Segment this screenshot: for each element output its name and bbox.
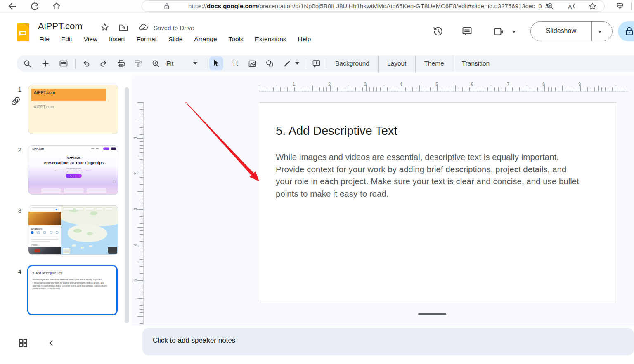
thumb2-brand: AiPPT.com — [28, 156, 118, 160]
ruler-number: 3 — [364, 82, 367, 87]
ruler-number: 8 — [542, 82, 545, 87]
url-text[interactable]: https://docs.google.com/presentation/d/1… — [188, 2, 549, 9]
zoom-icon[interactable] — [151, 59, 161, 68]
favorite-star-icon[interactable] — [589, 2, 596, 10]
saved-status[interactable]: Saved to Drive — [154, 24, 194, 31]
paint-format-icon[interactable] — [133, 59, 143, 68]
move-to-folder-icon[interactable] — [119, 23, 128, 31]
slide-body-line: While images and videos are essential, d… — [276, 151, 579, 163]
ruler-number: 5 — [435, 82, 438, 87]
toolbar-text-button[interactable]: Background — [326, 55, 378, 72]
insert-shape-icon[interactable] — [265, 59, 274, 68]
browser-toolbar: https://docs.google.com/presentation/d/1… — [0, 0, 634, 13]
speaker-notes-placeholder[interactable]: Click to add speaker notes — [153, 336, 235, 345]
undo-icon[interactable] — [81, 59, 91, 68]
menu-item[interactable]: Slide — [168, 35, 182, 43]
insert-image-icon[interactable] — [247, 59, 257, 68]
select-tool-button[interactable] — [209, 56, 223, 70]
url-domain: docs.google.com — [207, 2, 258, 9]
ruler-number: 5 — [133, 276, 138, 284]
ruler-number: 3 — [133, 205, 138, 213]
page-zoom-icon[interactable] — [546, 2, 554, 10]
browser-refresh-icon[interactable] — [30, 1, 40, 11]
insert-comment-icon[interactable] — [311, 59, 321, 68]
menu-item[interactable]: Edit — [61, 35, 72, 43]
print-icon[interactable] — [116, 59, 126, 68]
version-history-icon[interactable] — [433, 26, 444, 37]
share-button[interactable] — [618, 21, 634, 41]
site-lock-icon[interactable] — [163, 3, 170, 10]
thumb3-street-photo-detail — [35, 249, 40, 252]
thumb3-photos-label: Photos — [31, 244, 38, 246]
thumb4-body: While images and videos are essential, d… — [33, 278, 107, 290]
menu-item[interactable]: View — [84, 35, 97, 43]
menu-item[interactable]: Format — [137, 35, 157, 43]
thumb3-map-control — [63, 207, 73, 210]
thumb3-islet — [81, 247, 84, 249]
toolbar-text-button[interactable]: Theme — [415, 55, 453, 72]
slide-editor[interactable]: 5. Add Descriptive Text While images and… — [259, 102, 617, 303]
menu-item[interactable]: Insert — [109, 35, 125, 43]
toolbar-separator — [205, 59, 205, 68]
grid-view-icon[interactable] — [19, 338, 28, 348]
browser-toolbar-divider — [631, 2, 632, 10]
slide-thumbnail-3[interactable]: Singapore Photos — [28, 205, 118, 255]
menu-item[interactable]: Tools — [229, 35, 244, 43]
thumb2-heading: Presentations at Your Fingertips — [28, 160, 118, 165]
thumb2-chat-bubble — [113, 180, 116, 183]
menu-item[interactable]: Extensions — [255, 35, 286, 43]
toolbar-text-buttons: BackgroundLayoutThemeTransition — [326, 55, 498, 72]
menu-item[interactable]: Arrange — [194, 35, 217, 43]
slideshow-caret-down-icon[interactable] — [598, 31, 602, 33]
zoom-caret-down-icon[interactable] — [193, 62, 197, 65]
saved-to-drive-cloud-icon[interactable] — [139, 23, 149, 31]
notes-resize-handle[interactable] — [418, 313, 446, 315]
address-bar[interactable]: https://docs.google.com/presentation/d/1… — [142, 0, 605, 12]
speaker-notes-panel[interactable]: Click to add speaker notes — [142, 328, 634, 355]
thumb4-body-line: your role in each project. Make sure you… — [33, 284, 107, 287]
document-title[interactable]: AiPPT.com — [38, 21, 83, 32]
ruler-ticks — [140, 102, 143, 325]
meet-camera-icon[interactable] — [494, 27, 505, 36]
text-box-tool-icon[interactable]: Tt — [230, 59, 240, 68]
slides-header: AiPPT.com Saved to Drive FileEditViewIns… — [0, 13, 634, 52]
read-aloud-icon[interactable]: A — [567, 2, 575, 10]
toolbar-text-button[interactable]: Transition — [453, 55, 498, 72]
new-slide-icon[interactable] — [40, 59, 50, 68]
slideshow-button[interactable]: Slideshow — [530, 21, 613, 41]
thumb2-cta-button: Try for free — [66, 174, 82, 178]
slide-thumbnail-2[interactable]: AiPPT.com AiPPT.com Presentations at You… — [28, 145, 118, 195]
ruler-ticks — [259, 87, 628, 91]
collapse-filmstrip-chevron-icon[interactable] — [48, 340, 54, 346]
line-caret-down-icon[interactable] — [295, 62, 299, 65]
slideshow-divider — [591, 22, 592, 41]
redo-icon[interactable] — [99, 59, 109, 68]
slide-thumbnail-1[interactable]: AiPPT.com AiPPT.com — [28, 85, 118, 134]
comments-icon[interactable] — [461, 26, 473, 37]
meet-caret-down-icon[interactable] — [512, 31, 516, 33]
insert-line-icon[interactable] — [282, 59, 292, 68]
slide-link-icon[interactable] — [11, 96, 21, 106]
slide-thumbnail-4-selected[interactable]: 5. Add Descriptive Text While images and… — [27, 265, 118, 315]
thumb1-title: AiPPT.com — [34, 90, 55, 95]
ruler-number: 9 — [578, 82, 581, 87]
toolbar-search-icon[interactable] — [22, 59, 32, 68]
thumb3-action-button — [43, 231, 46, 234]
slide-canvas-area: 123456789 12345 5. Add Descriptive Text … — [130, 74, 634, 326]
menu-item[interactable]: File — [39, 35, 50, 43]
slide-number: 4 — [12, 268, 21, 275]
zoom-select[interactable]: Fit — [166, 60, 173, 67]
toolbar-text-button[interactable]: Layout — [378, 55, 415, 72]
new-slide-layout-icon[interactable] — [59, 59, 69, 68]
slides-logo[interactable] — [17, 23, 29, 41]
slide-body-text[interactable]: While images and videos are essential, d… — [276, 151, 579, 200]
browser-essentials-icon[interactable] — [615, 1, 625, 11]
star-document-icon[interactable] — [101, 23, 109, 31]
browser-home-icon[interactable] — [52, 2, 61, 11]
browser-back-icon[interactable] — [7, 1, 17, 11]
slide-body-line: Provide context for your work by adding … — [276, 163, 579, 176]
menu-item[interactable]: Help — [298, 35, 311, 43]
slide-title-text[interactable]: 5. Add Descriptive Text — [276, 124, 397, 138]
thumb3-action-button — [37, 231, 40, 234]
filmstrip-scrollbar[interactable] — [125, 87, 129, 323]
